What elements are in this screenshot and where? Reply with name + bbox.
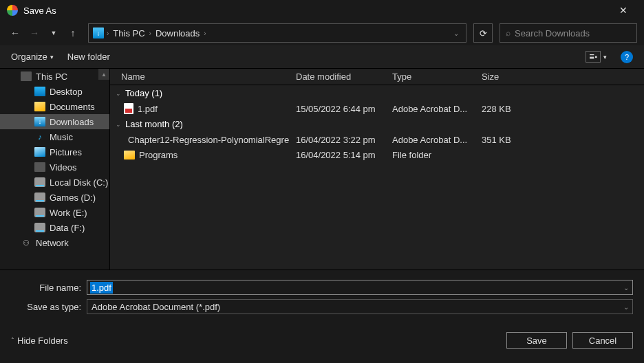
filename-input[interactable]: 1.pdf xyxy=(90,282,113,294)
organize-menu[interactable]: Organize ▾ xyxy=(11,52,54,62)
sidebar-item-network[interactable]: ⚇Network xyxy=(0,235,109,250)
sidebar-item-label: This PC xyxy=(36,72,67,82)
hide-folders-toggle[interactable]: ˄ Hide Folders xyxy=(11,336,68,346)
sidebar-item-this-pc[interactable]: This PC xyxy=(0,69,109,84)
chevron-right-icon[interactable]: › xyxy=(107,30,109,37)
close-button[interactable]: ✕ xyxy=(610,0,637,21)
address-bar[interactable]: ↓ › This PC › Downloads › ⌄ xyxy=(88,23,466,43)
up-button[interactable]: ↑ xyxy=(65,25,81,41)
sidebar-item-label: Downloads xyxy=(50,117,94,127)
scroll-up-icon[interactable]: ▲ xyxy=(98,69,109,80)
chevron-down-icon: ▾ xyxy=(50,54,54,60)
file-size: 228 KB xyxy=(475,104,530,114)
chevron-right-icon[interactable]: › xyxy=(149,30,151,37)
disk-icon xyxy=(34,192,45,202)
savetype-dropdown-icon[interactable]: ⌄ xyxy=(620,303,632,311)
chevron-down-icon: ⌄ xyxy=(116,121,122,128)
window-title: Save As xyxy=(23,6,610,16)
file-name: Chapter12-Regression-PolynomialRegres... xyxy=(128,135,289,145)
file-type: Adobe Acrobat D... xyxy=(385,104,475,114)
savetype-label: Save as type: xyxy=(11,302,87,312)
cancel-button[interactable]: Cancel xyxy=(572,332,633,349)
main-area: ▲ This PCDesktopDocumentsDownloads♪Music… xyxy=(0,69,644,270)
sidebar-item-documents[interactable]: Documents xyxy=(0,99,109,114)
disk-icon xyxy=(34,208,45,217)
sidebar-item-desktop[interactable]: Desktop xyxy=(0,84,109,99)
file-list: Name Date modified Type Size ⌄Today (1)1… xyxy=(110,69,644,270)
chrome-icon xyxy=(7,5,18,16)
sidebar-item-label: Desktop xyxy=(50,87,83,97)
file-date: 15/05/2022 6:44 pm xyxy=(289,104,385,114)
file-type: Adobe Acrobat D... xyxy=(385,135,475,145)
downloads-location-icon: ↓ xyxy=(93,28,104,38)
search-icon: ⌕ xyxy=(506,28,511,38)
file-name: Programs xyxy=(139,150,178,160)
search-box[interactable]: ⌕ Search Downloads xyxy=(500,23,637,43)
sidebar-item-label: Local Disk (C:) xyxy=(50,177,108,188)
file-row[interactable]: Chapter12-Regression-PolynomialRegres...… xyxy=(110,132,644,147)
sidebar-item-label: Documents xyxy=(50,102,95,112)
bottom-panel: File name: 1.pdf ⌄ Save as type: Adobe A… xyxy=(0,270,644,355)
thispc-icon xyxy=(21,72,32,81)
sidebar-item-data-f-[interactable]: Data (F:) xyxy=(0,220,109,235)
toolbar: Organize ▾ New folder ≣▪ ▾ ? xyxy=(0,45,644,69)
column-type[interactable]: Type xyxy=(385,72,475,82)
sidebar-item-pictures[interactable]: Pictures xyxy=(0,144,109,160)
sidebar-item-label: Pictures xyxy=(50,147,82,157)
history-dropdown-icon[interactable]: ⌄ xyxy=(451,30,462,37)
navbar: ← → ▼ ↑ ↓ › This PC › Downloads › ⌄ ⟳ ⌕ … xyxy=(0,21,644,45)
help-button[interactable]: ? xyxy=(621,51,633,63)
view-details-icon: ≣▪ xyxy=(586,51,601,63)
sidebar-item-label: Videos xyxy=(50,162,77,173)
breadcrumb-downloads[interactable]: Downloads xyxy=(154,28,201,38)
sidebar-item-local-disk-c-[interactable]: Local Disk (C:) xyxy=(0,175,109,190)
filename-label: File name: xyxy=(11,283,87,293)
search-placeholder: Search Downloads xyxy=(515,28,590,38)
new-folder-label: New folder xyxy=(67,52,110,62)
file-type: File folder xyxy=(385,150,475,160)
file-row[interactable]: Programs16/04/2022 5:14 pmFile folder xyxy=(110,147,644,162)
view-options-button[interactable]: ≣▪ ▾ xyxy=(586,51,607,63)
file-group-header[interactable]: ⌄Last month (2) xyxy=(110,116,644,132)
pdf-icon xyxy=(124,103,133,114)
back-button[interactable]: ← xyxy=(7,25,23,41)
breadcrumb-thispc[interactable]: This PC xyxy=(111,28,146,38)
savetype-select[interactable]: Adobe Acrobat Document (*.pdf) ⌄ xyxy=(87,299,633,314)
pictures-icon xyxy=(34,147,45,157)
recent-locations-button[interactable]: ▼ xyxy=(45,25,62,41)
network-icon: ⚇ xyxy=(21,238,32,248)
sidebar-item-games-d-[interactable]: Games (D:) xyxy=(0,190,109,205)
file-date: 16/04/2022 3:22 pm xyxy=(289,135,385,145)
column-name[interactable]: Name xyxy=(110,72,289,82)
group-title: Today (1) xyxy=(125,88,162,98)
disk-icon xyxy=(34,177,45,187)
sidebar-item-music[interactable]: ♪Music xyxy=(0,129,109,144)
forward-button[interactable]: → xyxy=(26,25,43,41)
chevron-down-icon: ⌄ xyxy=(116,90,122,97)
filename-dropdown-icon[interactable]: ⌄ xyxy=(620,284,632,292)
cancel-label: Cancel xyxy=(589,336,616,346)
new-folder-button[interactable]: New folder xyxy=(67,52,110,62)
refresh-button[interactable]: ⟳ xyxy=(473,23,493,43)
column-date[interactable]: Date modified xyxy=(289,72,385,82)
save-button[interactable]: Save xyxy=(506,332,567,349)
file-date: 16/04/2022 5:14 pm xyxy=(289,150,385,160)
hide-folders-label: Hide Folders xyxy=(17,336,68,346)
navigation-pane: ▲ This PCDesktopDocumentsDownloads♪Music… xyxy=(0,69,110,270)
filename-input-wrap[interactable]: 1.pdf ⌄ xyxy=(87,280,633,295)
file-name: 1.pdf xyxy=(138,104,158,114)
group-title: Last month (2) xyxy=(125,119,183,129)
music-icon: ♪ xyxy=(34,132,45,142)
savetype-value: Adobe Acrobat Document (*.pdf) xyxy=(87,302,620,312)
file-row[interactable]: 1.pdf15/05/2022 6:44 pmAdobe Acrobat D..… xyxy=(110,101,644,116)
column-size[interactable]: Size xyxy=(475,72,530,82)
sidebar-item-videos[interactable]: Videos xyxy=(0,160,109,175)
disk-icon xyxy=(34,223,45,232)
sidebar-item-work-e-[interactable]: Work (E:) xyxy=(0,205,109,220)
sidebar-item-downloads[interactable]: Downloads xyxy=(0,114,109,129)
sidebar-item-label: Games (D:) xyxy=(50,192,96,203)
file-group-header[interactable]: ⌄Today (1) xyxy=(110,85,644,101)
chevron-right-icon[interactable]: › xyxy=(204,30,206,37)
downloads-icon xyxy=(34,117,45,126)
save-label: Save xyxy=(526,336,547,346)
